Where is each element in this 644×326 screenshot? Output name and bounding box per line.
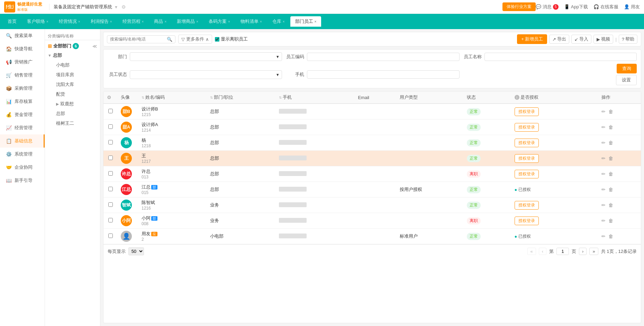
delete-icon[interactable]: 🗑	[608, 109, 613, 114]
edit-icon[interactable]: ✏	[601, 202, 606, 208]
gear-icon[interactable]: ⚙	[107, 95, 111, 100]
message-action[interactable]: 💬 消息 5	[536, 4, 559, 10]
auth-button[interactable]: 授权登录	[515, 217, 539, 225]
edit-icon[interactable]: ✏	[601, 187, 606, 192]
filter-emp-name-input[interactable]	[484, 53, 637, 61]
delete-icon[interactable]: 🗑	[608, 171, 613, 177]
page-input[interactable]	[556, 248, 569, 255]
tab-close-icon[interactable]: ×	[260, 20, 262, 24]
td-checkbox[interactable]	[103, 229, 117, 244]
show-resign-label[interactable]: 显示离职员工	[215, 36, 248, 42]
tree-node-zongbu[interactable]: 总部	[45, 109, 100, 118]
row-checkbox[interactable]	[108, 218, 113, 222]
help-button[interactable]: ? 帮助	[619, 35, 637, 44]
sidebar-item-system[interactable]: ⚙️系统管理	[0, 148, 45, 161]
sidebar-item-cooperation[interactable]: 🤝企业协同	[0, 161, 45, 174]
sidebar-item-operations[interactable]: 📈经营管理	[0, 121, 45, 134]
sidebar-item-inventory[interactable]: 📊库存核算	[0, 95, 45, 108]
first-page-btn[interactable]: «	[527, 248, 536, 255]
tab-close-icon[interactable]: ×	[228, 20, 230, 24]
nav-tab-新增商品[interactable]: 新增商品×	[172, 16, 203, 27]
settings-icon[interactable]: ⚙	[121, 4, 126, 10]
delete-icon[interactable]: 🗑	[608, 218, 613, 223]
app-download-action[interactable]: 📱 App下载	[564, 4, 588, 10]
nav-tab-物料清单[interactable]: 物料清单×	[236, 16, 267, 27]
tab-close-icon[interactable]: ×	[164, 20, 166, 24]
auth-button[interactable]: 授权登录	[515, 201, 539, 210]
th-phone[interactable]: ⇅手机	[275, 91, 355, 104]
sidebar-item-finance[interactable]: 💰资金管理	[0, 108, 45, 121]
more-filter-btn[interactable]: ▽ 更多条件 ∧	[178, 35, 212, 44]
td-checkbox[interactable]	[103, 182, 117, 197]
delete-icon[interactable]: 🗑	[608, 140, 613, 146]
delete-icon[interactable]: 🗑	[608, 156, 613, 161]
tab-close-icon[interactable]: ×	[46, 20, 48, 24]
prev-page-btn[interactable]: ‹	[539, 248, 546, 255]
tree-node-shuanglu[interactable]: ▶ 双鹿想	[45, 99, 100, 109]
filter-emp-code-input[interactable]	[307, 53, 459, 61]
title-dropdown-icon[interactable]: ▾	[115, 4, 117, 10]
user-action[interactable]: 👤 用友	[624, 4, 640, 10]
row-checkbox[interactable]	[108, 187, 113, 191]
nav-tab-经营历程[interactable]: 经营历程×	[118, 16, 149, 27]
td-checkbox[interactable]	[103, 166, 117, 182]
tab-close-icon[interactable]: ×	[78, 20, 80, 24]
next-page-btn[interactable]: ›	[579, 248, 587, 255]
sidebar-item-purchase[interactable]: 📦采购管理	[0, 82, 45, 95]
sidebar-item-sales[interactable]: 🛒销售管理	[0, 69, 45, 82]
tree-node-root[interactable]: ▼ 总部	[45, 51, 100, 60]
row-checkbox[interactable]	[108, 140, 113, 144]
sidebar-item-basic-info[interactable]: 📋基础信息	[0, 134, 45, 148]
nav-tab-客户联络[interactable]: 客户联络×	[22, 16, 53, 27]
filter-emp-status-select[interactable]: ▾	[130, 70, 282, 79]
tab-close-icon[interactable]: ×	[283, 20, 285, 24]
video-button[interactable]: ▶ 视频	[593, 35, 613, 44]
nav-tab-首页[interactable]: 首页	[3, 16, 21, 27]
row-checkbox[interactable]	[108, 202, 113, 207]
tab-close-icon[interactable]: ×	[110, 20, 112, 24]
tree-node-zhishu[interactable]: 植树王二	[45, 118, 100, 128]
add-employee-button[interactable]: + 新增员工	[517, 34, 547, 44]
row-checkbox[interactable]	[108, 234, 113, 238]
td-checkbox[interactable]	[103, 197, 117, 213]
nav-tab-部门员工[interactable]: 部门员工×	[290, 16, 321, 27]
per-page-select[interactable]: 50	[128, 247, 144, 255]
set-button[interactable]: 设置	[616, 75, 637, 85]
auth-button[interactable]: 授权登录	[515, 170, 539, 178]
tree-node-xiaodian[interactable]: 小电部	[45, 60, 100, 70]
edit-icon[interactable]: ✏	[601, 109, 606, 114]
edit-icon[interactable]: ✏	[601, 124, 606, 130]
td-checkbox[interactable]	[103, 104, 117, 120]
delete-icon[interactable]: 🗑	[608, 124, 613, 130]
import-button[interactable]: ↙ 导入	[571, 35, 591, 44]
edit-icon[interactable]: ✏	[601, 140, 606, 146]
th-name[interactable]: ⇅姓名/编码	[138, 91, 207, 104]
td-checkbox[interactable]	[103, 135, 117, 151]
export-button[interactable]: ↗ 导出	[549, 35, 569, 44]
tree-node-shenyang[interactable]: 沈阳大库	[45, 80, 100, 89]
row-checkbox[interactable]	[108, 124, 113, 129]
last-page-btn[interactable]: »	[589, 248, 598, 255]
tree-node-peihuo[interactable]: 配货	[45, 89, 100, 99]
sidebar-item-marketing[interactable]: 📢营销推广	[0, 55, 45, 69]
sidebar-item-quick-nav[interactable]: 🏠快捷导航	[0, 42, 45, 55]
dept-search-input[interactable]	[48, 34, 100, 38]
edit-icon[interactable]: ✏	[601, 218, 606, 223]
search-input[interactable]	[110, 37, 165, 42]
collapse-icon[interactable]: ≪	[92, 44, 97, 49]
trial-button[interactable]: 体验行业方案	[502, 2, 536, 11]
tab-close-icon[interactable]: ×	[142, 20, 144, 24]
delete-icon[interactable]: 🗑	[608, 234, 613, 239]
td-checkbox[interactable]	[103, 120, 117, 135]
query-button[interactable]: 查询	[617, 64, 637, 73]
row-checkbox[interactable]	[108, 109, 113, 113]
th-dept[interactable]: ⇅部门/职位	[207, 91, 275, 104]
tree-node-xiangmu[interactable]: 项目库房	[45, 70, 100, 80]
online-service-action[interactable]: 🎧 在线客服	[593, 4, 618, 10]
tab-close-icon[interactable]: ×	[315, 20, 317, 24]
row-checkbox[interactable]	[108, 156, 113, 160]
auth-button[interactable]: 授权登录	[515, 139, 539, 147]
edit-icon[interactable]: ✏	[601, 156, 606, 161]
sidebar-item-guide[interactable]: 📖新手引导	[0, 174, 45, 187]
delete-icon[interactable]: 🗑	[608, 202, 613, 208]
